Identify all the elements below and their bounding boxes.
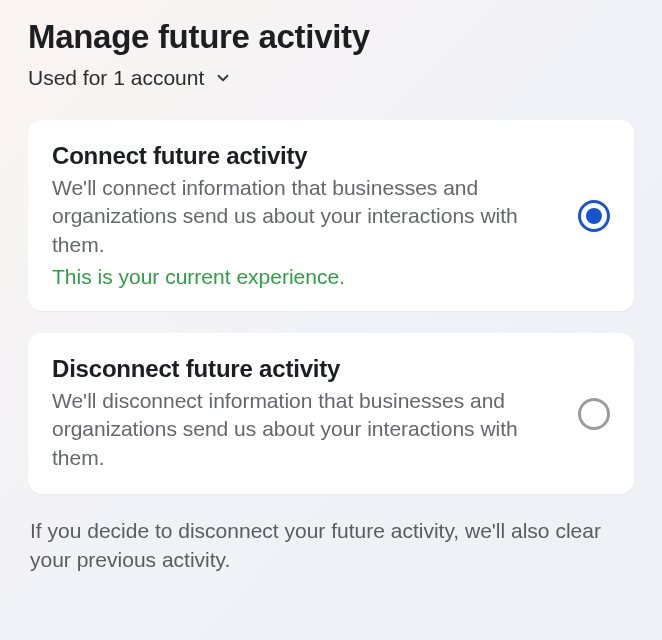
radio-disconnect[interactable] xyxy=(578,398,610,430)
footer-note: If you decide to disconnect your future … xyxy=(28,516,634,575)
account-selector-label: Used for 1 account xyxy=(28,66,204,90)
option-connect[interactable]: Connect future activity We'll connect in… xyxy=(28,120,634,311)
radio-connect[interactable] xyxy=(578,200,610,232)
account-selector[interactable]: Used for 1 account xyxy=(28,66,634,90)
option-connect-body: Connect future activity We'll connect in… xyxy=(52,142,558,289)
option-connect-title: Connect future activity xyxy=(52,142,558,170)
page-title: Manage future activity xyxy=(28,18,634,56)
option-disconnect-title: Disconnect future activity xyxy=(52,355,558,383)
option-connect-note: This is your current experience. xyxy=(52,265,558,289)
chevron-down-icon xyxy=(214,69,232,87)
option-disconnect-body: Disconnect future activity We'll disconn… xyxy=(52,355,558,472)
option-disconnect[interactable]: Disconnect future activity We'll disconn… xyxy=(28,333,634,494)
option-disconnect-description: We'll disconnect information that busine… xyxy=(52,387,558,472)
radio-selected-indicator xyxy=(586,208,602,224)
option-connect-description: We'll connect information that businesse… xyxy=(52,174,558,259)
